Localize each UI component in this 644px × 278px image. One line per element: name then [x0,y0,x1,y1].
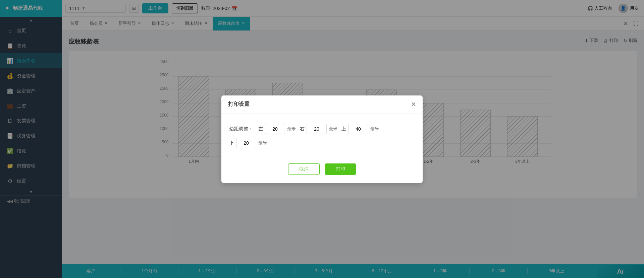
confirm-print-button[interactable]: 打印 [325,163,356,175]
left-margin-input[interactable] [265,124,285,134]
cancel-button[interactable]: 取消 [288,163,320,175]
margin-bottom-group: 下 毫米 [229,138,267,148]
modal-overlay: 打印设置 ✕ 边距调整： 左 毫米 右 毫米 上 毫米 [0,0,644,278]
margin-label: 边距调整： [229,126,253,132]
modal-title: 打印设置 [228,101,250,108]
top-margin-input[interactable] [348,124,368,134]
bottom-unit: 毫米 [258,140,267,146]
left-label: 左 [258,126,263,132]
right-label: 右 [300,126,305,132]
print-settings-dialog: 打印设置 ✕ 边距调整： 左 毫米 右 毫米 上 毫米 [221,95,423,183]
bottom-margin-input[interactable] [236,138,256,148]
top-unit: 毫米 [370,126,379,132]
modal-close-button[interactable]: ✕ [411,101,416,108]
left-unit: 毫米 [287,126,296,132]
bottom-label: 下 [229,140,234,146]
top-label: 上 [341,126,346,132]
margin-right-group: 右 毫米 [300,124,337,134]
right-unit: 毫米 [329,126,337,132]
margin-top-group: 上 毫米 [341,124,379,134]
modal-header: 打印设置 ✕ [221,95,423,114]
margin-left-group: 左 毫米 [258,124,296,134]
right-margin-input[interactable] [307,124,327,134]
modal-footer: 取消 打印 [221,158,423,183]
margin-form-row: 边距调整： 左 毫米 右 毫米 上 毫米 下 [229,124,415,148]
modal-body: 边距调整： 左 毫米 右 毫米 上 毫米 下 [221,114,423,158]
